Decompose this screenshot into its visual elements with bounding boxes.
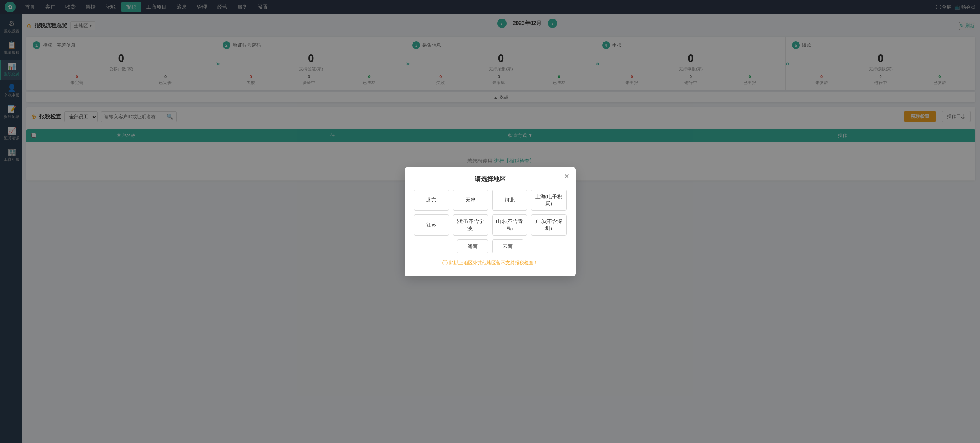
region-hainan[interactable]: 海南 xyxy=(457,239,488,253)
region-shandong[interactable]: 山东(不含青岛) xyxy=(492,214,528,236)
warning-icon: ⓘ xyxy=(442,260,448,267)
region-row-3: 海南 云南 xyxy=(414,239,567,253)
region-select-modal: 请选择地区 ✕ 北京 天津 河北 上海(电子税局) 江苏 浙江(不含宁波) 山东… xyxy=(405,167,576,276)
region-row-1: 北京 天津 河北 上海(电子税局) xyxy=(414,190,567,211)
region-row-2: 江苏 浙江(不含宁波) 山东(不含青岛) 广东(不含深圳) xyxy=(414,214,567,236)
modal-overlay: 请选择地区 ✕ 北京 天津 河北 上海(电子税局) 江苏 浙江(不含宁波) 山东… xyxy=(0,0,980,443)
modal-body: 北京 天津 河北 上海(电子税局) 江苏 浙江(不含宁波) 山东(不含青岛) 广… xyxy=(405,190,576,276)
warning-text: 除以上地区外其他地区暂不支持报税检查！ xyxy=(449,260,538,266)
region-zhejiang[interactable]: 浙江(不含宁波) xyxy=(453,214,488,236)
region-jiangsu[interactable]: 江苏 xyxy=(414,214,449,236)
region-guangdong[interactable]: 广东(不含深圳) xyxy=(531,214,567,236)
modal-title: 请选择地区 xyxy=(405,167,576,190)
warning-notice: ⓘ 除以上地区外其他地区暂不支持报税检查！ xyxy=(414,260,567,267)
region-beijing[interactable]: 北京 xyxy=(414,190,449,211)
region-tianjin[interactable]: 天津 xyxy=(453,190,488,211)
modal-close-btn[interactable]: ✕ xyxy=(564,173,570,180)
region-yunnan[interactable]: 云南 xyxy=(492,239,523,253)
region-hebei[interactable]: 河北 xyxy=(492,190,528,211)
region-shanghai[interactable]: 上海(电子税局) xyxy=(531,190,567,211)
